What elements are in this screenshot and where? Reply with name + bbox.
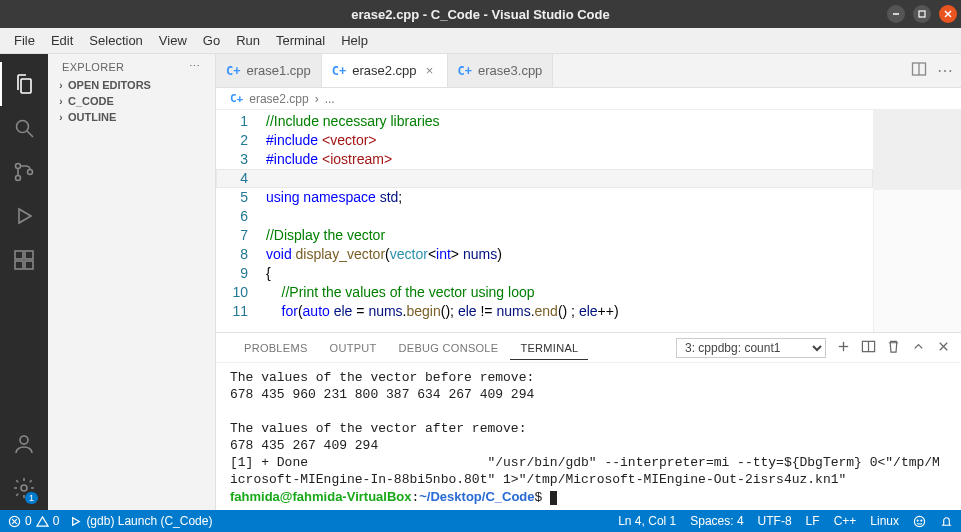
- window-title: erase2.cpp - C_Code - Visual Studio Code: [0, 7, 961, 22]
- window-maximize-button[interactable]: [913, 5, 931, 23]
- tab-label: erase3.cpp: [478, 63, 542, 78]
- status-eol[interactable]: LF: [806, 514, 820, 528]
- svg-point-14: [20, 436, 28, 444]
- kill-terminal-icon[interactable]: [886, 339, 901, 357]
- code-line[interactable]: 1//Include necessary libraries: [216, 112, 873, 131]
- svg-point-15: [21, 485, 27, 491]
- panel-tab-output[interactable]: OUTPUT: [320, 336, 387, 359]
- svg-point-29: [917, 520, 918, 521]
- activity-explorer-icon[interactable]: [0, 62, 48, 106]
- cpp-file-icon: C+: [226, 64, 240, 78]
- svg-rect-13: [25, 261, 33, 269]
- tab-erase2[interactable]: C+ erase2.cpp ×: [322, 54, 448, 87]
- split-editor-icon[interactable]: [911, 61, 927, 81]
- tab-label: erase1.cpp: [246, 63, 310, 78]
- menu-help[interactable]: Help: [333, 30, 376, 51]
- menu-go[interactable]: Go: [195, 30, 228, 51]
- cpp-file-icon: C+: [332, 64, 346, 78]
- code-line[interactable]: 4: [216, 169, 873, 188]
- titlebar: erase2.cpp - C_Code - Visual Studio Code: [0, 0, 961, 28]
- svg-marker-27: [73, 517, 80, 524]
- tab-label: erase2.cpp: [352, 63, 416, 78]
- sidebar-explorer: EXPLORER ⋯ ›OPEN EDITORS ›C_CODE ›OUTLIN…: [48, 54, 216, 510]
- sidebar-section-folder[interactable]: ›C_CODE: [48, 93, 215, 109]
- menu-view[interactable]: View: [151, 30, 195, 51]
- code-line[interactable]: 2#include <vector>: [216, 131, 873, 150]
- code-line[interactable]: 5using namespace std;: [216, 188, 873, 207]
- svg-point-4: [17, 121, 29, 133]
- status-launch-config[interactable]: (gdb) Launch (C_Code): [69, 514, 212, 528]
- tab-close-icon[interactable]: ×: [423, 63, 437, 78]
- bottom-panel: PROBLEMS OUTPUT DEBUG CONSOLE TERMINAL 3…: [216, 332, 961, 510]
- window-close-button[interactable]: [939, 5, 957, 23]
- status-problems[interactable]: 0 0: [8, 514, 59, 528]
- menu-edit[interactable]: Edit: [43, 30, 81, 51]
- activity-settings-icon[interactable]: 1: [0, 466, 48, 510]
- breadcrumb-file: erase2.cpp: [249, 92, 308, 106]
- activity-search-icon[interactable]: [0, 106, 48, 150]
- breadcrumb[interactable]: C+ erase2.cpp › ...: [216, 88, 961, 110]
- code-line[interactable]: 7//Display the vector: [216, 226, 873, 245]
- code-line[interactable]: 8void display_vector(vector<int> nums): [216, 245, 873, 264]
- more-actions-icon[interactable]: ⋯: [937, 61, 953, 80]
- status-os[interactable]: Linux: [870, 514, 899, 528]
- sidebar-section-outline[interactable]: ›OUTLINE: [48, 109, 215, 125]
- panel-tab-terminal[interactable]: TERMINAL: [510, 336, 588, 360]
- code-line[interactable]: 3#include <iostream>: [216, 150, 873, 169]
- cpp-file-icon: C+: [230, 92, 243, 105]
- status-encoding[interactable]: UTF-8: [758, 514, 792, 528]
- cpp-file-icon: C+: [458, 64, 472, 78]
- split-terminal-icon[interactable]: [861, 339, 876, 357]
- svg-line-5: [27, 131, 33, 137]
- svg-marker-9: [19, 209, 31, 223]
- menu-selection[interactable]: Selection: [81, 30, 150, 51]
- svg-rect-10: [15, 251, 23, 259]
- status-language[interactable]: C++: [834, 514, 857, 528]
- code-line[interactable]: 9{: [216, 264, 873, 283]
- code-line[interactable]: 6: [216, 207, 873, 226]
- terminal-selector[interactable]: 3: cppdbg: count1: [676, 338, 826, 358]
- minimap[interactable]: [873, 110, 961, 332]
- tab-erase1[interactable]: C+ erase1.cpp: [216, 54, 322, 87]
- breadcrumb-rest: ...: [325, 92, 335, 106]
- status-feedback-icon[interactable]: [913, 514, 926, 528]
- new-terminal-icon[interactable]: [836, 339, 851, 357]
- svg-point-8: [28, 170, 33, 175]
- activity-account-icon[interactable]: [0, 422, 48, 466]
- settings-badge: 1: [25, 492, 38, 504]
- sidebar-title: EXPLORER: [62, 61, 124, 73]
- status-spaces[interactable]: Spaces: 4: [690, 514, 743, 528]
- menu-terminal[interactable]: Terminal: [268, 30, 333, 51]
- svg-point-28: [914, 516, 924, 526]
- svg-rect-12: [15, 261, 23, 269]
- tab-erase3[interactable]: C+ erase3.cpp: [448, 54, 554, 87]
- code-line[interactable]: 11 for(auto ele = nums.begin(); ele != n…: [216, 302, 873, 321]
- sidebar-more-icon[interactable]: ⋯: [185, 60, 205, 73]
- svg-point-6: [16, 164, 21, 169]
- terminal-output[interactable]: The values of the vector before remove: …: [216, 363, 961, 510]
- svg-rect-11: [25, 251, 33, 259]
- svg-point-30: [921, 520, 922, 521]
- window-minimize-button[interactable]: [887, 5, 905, 23]
- sidebar-section-open-editors[interactable]: ›OPEN EDITORS: [48, 77, 215, 93]
- activity-extensions-icon[interactable]: [0, 238, 48, 282]
- code-line[interactable]: 10 //Print the values of the vector usin…: [216, 283, 873, 302]
- activity-bar: 1: [0, 54, 48, 510]
- statusbar: 0 0 (gdb) Launch (C_Code) Ln 4, Col 1 Sp…: [0, 510, 961, 532]
- status-lncol[interactable]: Ln 4, Col 1: [618, 514, 676, 528]
- activity-run-debug-icon[interactable]: [0, 194, 48, 238]
- editor-area: C+ erase1.cpp C+ erase2.cpp × C+ erase3.…: [216, 54, 961, 510]
- close-panel-icon[interactable]: [936, 339, 951, 357]
- panel-tab-debug-console[interactable]: DEBUG CONSOLE: [389, 336, 509, 359]
- menubar: File Edit Selection View Go Run Terminal…: [0, 28, 961, 54]
- svg-point-7: [16, 176, 21, 181]
- code-editor[interactable]: 1//Include necessary libraries2#include …: [216, 110, 873, 332]
- maximize-panel-icon[interactable]: [911, 339, 926, 357]
- status-notifications-icon[interactable]: [940, 514, 953, 528]
- svg-rect-1: [919, 11, 925, 17]
- menu-file[interactable]: File: [6, 30, 43, 51]
- activity-source-control-icon[interactable]: [0, 150, 48, 194]
- menu-run[interactable]: Run: [228, 30, 268, 51]
- panel-tab-problems[interactable]: PROBLEMS: [234, 336, 318, 359]
- editor-tabs: C+ erase1.cpp C+ erase2.cpp × C+ erase3.…: [216, 54, 961, 88]
